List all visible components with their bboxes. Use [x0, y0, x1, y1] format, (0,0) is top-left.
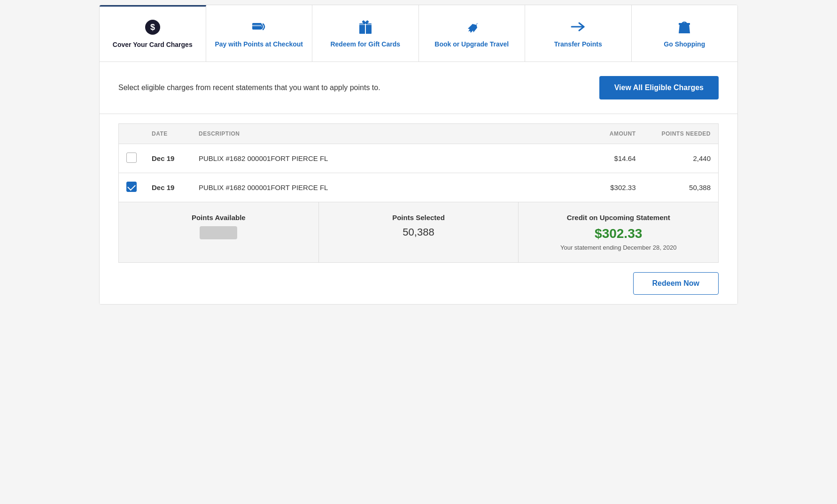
- svg-rect-3: [252, 25, 262, 26]
- table-row: Dec 19 PUBLIX #1682 000001FORT PIERCE FL…: [119, 144, 719, 173]
- amount-cell-1: $14.64: [582, 144, 643, 173]
- points-available-value: [200, 226, 237, 239]
- desc-cell-2: PUBLIX #1682 000001FORT PIERCE FL: [191, 173, 582, 202]
- tab-cover-card[interactable]: $ Cover Your Card Charges: [100, 5, 206, 61]
- col-date: DATE: [144, 124, 191, 144]
- points-selected-value: 50,388: [328, 226, 509, 238]
- amount-cell-2: $302.33: [582, 173, 643, 202]
- col-checkbox: [119, 124, 145, 144]
- date-cell-1: Dec 19: [144, 144, 191, 173]
- points-cell-2: 50,388: [643, 173, 719, 202]
- checkbox-1[interactable]: [126, 153, 137, 163]
- gift-box-icon: [357, 18, 374, 35]
- card-tap-icon: [250, 18, 267, 35]
- description-row: Select eligible charges from recent stat…: [100, 62, 737, 114]
- tab-travel-label: Book or Upgrade Travel: [434, 40, 509, 48]
- checkbox-cell-1[interactable]: [119, 144, 145, 173]
- view-all-button[interactable]: View All Eligible Charges: [599, 76, 719, 99]
- airplane-icon: [463, 18, 480, 35]
- tab-shopping[interactable]: Go Shopping: [632, 5, 738, 61]
- bottom-row: Redeem Now: [100, 263, 737, 304]
- main-container: $ Cover Your Card Charges Pay with Point…: [99, 5, 738, 305]
- summary-row: Points Available Points Selected 50,388 …: [118, 202, 719, 263]
- tab-transfer[interactable]: Transfer Points: [525, 5, 632, 61]
- dollar-circle-icon: $: [144, 19, 161, 36]
- tab-transfer-label: Transfer Points: [554, 40, 602, 48]
- tab-shopping-label: Go Shopping: [664, 40, 705, 48]
- tab-pay-checkout[interactable]: Pay with Points at Checkout: [206, 5, 313, 61]
- svg-text:$: $: [150, 23, 155, 32]
- date-cell-2: Dec 19: [144, 173, 191, 202]
- svg-rect-9: [679, 23, 690, 25]
- description-text: Select eligible charges from recent stat…: [118, 84, 380, 92]
- shopping-bag-icon: [676, 18, 693, 35]
- points-available-label: Points Available: [128, 214, 309, 221]
- tab-gift-cards-label: Redeem for Gift Cards: [330, 40, 400, 48]
- points-selected-label: Points Selected: [328, 214, 509, 221]
- charges-table: DATE DESCRIPTION AMOUNT POINTS NEEDED De…: [118, 123, 719, 202]
- tab-cover-card-label: Cover Your Card Charges: [113, 40, 193, 49]
- col-amount: AMOUNT: [582, 124, 643, 144]
- tab-pay-checkout-label: Pay with Points at Checkout: [215, 40, 303, 48]
- checkbox-cell-2[interactable]: [119, 173, 145, 202]
- table-section: DATE DESCRIPTION AMOUNT POINTS NEEDED De…: [100, 114, 737, 263]
- points-cell-1: 2,440: [643, 144, 719, 173]
- tab-navigation: $ Cover Your Card Charges Pay with Point…: [100, 5, 737, 62]
- desc-cell-1: PUBLIX #1682 000001FORT PIERCE FL: [191, 144, 582, 173]
- table-row: Dec 19 PUBLIX #1682 000001FORT PIERCE FL…: [119, 173, 719, 202]
- credit-cell: Credit on Upcoming Statement $302.33 You…: [519, 202, 718, 262]
- tab-travel[interactable]: Book or Upgrade Travel: [419, 5, 526, 61]
- tab-gift-cards[interactable]: Redeem for Gift Cards: [312, 5, 419, 61]
- col-description: DESCRIPTION: [191, 124, 582, 144]
- col-points: POINTS NEEDED: [643, 124, 719, 144]
- points-selected-cell: Points Selected 50,388: [319, 202, 519, 262]
- credit-amount: $302.33: [528, 226, 709, 241]
- arrow-right-icon: [570, 18, 587, 35]
- points-available-cell: Points Available: [119, 202, 319, 262]
- table-header-row: DATE DESCRIPTION AMOUNT POINTS NEEDED: [119, 124, 719, 144]
- checkbox-2[interactable]: [126, 182, 137, 192]
- credit-label: Credit on Upcoming Statement: [528, 214, 709, 221]
- credit-sub: Your statement ending December 28, 2020: [528, 244, 709, 251]
- redeem-now-button[interactable]: Redeem Now: [633, 272, 719, 295]
